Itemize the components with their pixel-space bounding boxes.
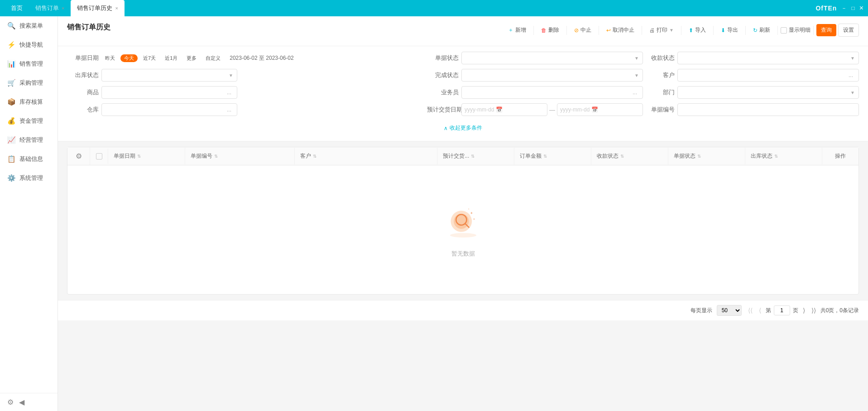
th-checkbox[interactable]	[90, 149, 108, 164]
tab-sales-order[interactable]: 销售订单 ×	[29, 0, 71, 16]
next-page-button[interactable]: ⟩	[801, 306, 807, 315]
th-pay-status[interactable]: 收款状态 ⇅	[591, 148, 668, 164]
last-page-button[interactable]: ⟩⟩	[810, 306, 818, 315]
filter-order-no: 单据编号	[643, 103, 859, 116]
delivery-date-inputs: yyyy-mm-dd 📅 — yyyy-mm-dd 📅	[461, 103, 643, 116]
tab-home[interactable]: 首页	[5, 0, 29, 16]
goods-dots[interactable]: ...	[225, 89, 233, 96]
order-no-input[interactable]	[677, 103, 859, 116]
delivery-status-input[interactable]: ▼	[101, 69, 237, 82]
new-icon: ＋	[508, 26, 513, 34]
sales-mgmt-icon: 📊	[7, 60, 16, 68]
customer-input[interactable]: ...	[677, 69, 859, 82]
warehouse-input[interactable]: ...	[101, 103, 237, 116]
sidebar-item-search-menu[interactable]: 🔍 搜索菜单	[0, 16, 58, 35]
tab-sales-order-close[interactable]: ×	[62, 5, 64, 11]
sidebar-item-operations[interactable]: 📈 经营管理	[0, 131, 58, 150]
window-maximize[interactable]: □	[851, 5, 854, 11]
collapse-up-icon: ∧	[444, 125, 448, 131]
sidebar-item-finance[interactable]: 💰 资金管理	[0, 111, 58, 131]
th-delivery-status-sort[interactable]: ⇅	[774, 154, 778, 159]
window-minimize[interactable]: －	[841, 5, 847, 12]
table-settings-button[interactable]: ⚙	[73, 152, 84, 160]
delete-button[interactable]: 🗑 删除	[537, 24, 564, 36]
operations-icon: 📈	[7, 136, 16, 144]
new-button[interactable]: ＋ 新增	[504, 24, 531, 36]
sidebar-item-system-mgmt[interactable]: ⚙️ 系统管理	[0, 169, 58, 188]
date-tag-1month[interactable]: 近1月	[161, 54, 181, 62]
divider6	[713, 26, 714, 35]
order-status-input[interactable]: ▼	[461, 52, 643, 64]
display-toggle[interactable]: 显示明细	[781, 26, 810, 34]
display-toggle-checkbox[interactable]	[781, 27, 787, 34]
th-order-status[interactable]: 单据状态 ⇅	[668, 148, 745, 164]
quick-nav-icon: ⚡	[7, 41, 16, 49]
th-delivery-status-label: 出库状态	[751, 152, 772, 160]
filter-row-3: 商品 ... 业务员 ... 部门	[67, 86, 859, 99]
settings-button[interactable]: 设置	[838, 24, 859, 37]
page-number-input[interactable]	[774, 305, 790, 315]
sidebar-item-quick-nav[interactable]: ⚡ 快捷导航	[0, 35, 58, 54]
delivery-date-from[interactable]: yyyy-mm-dd 📅	[461, 103, 547, 116]
th-date[interactable]: 单据日期 ⇅	[108, 148, 185, 164]
delivery-date-to[interactable]: yyyy-mm-dd 📅	[557, 103, 643, 116]
th-order-status-sort[interactable]: ⇅	[697, 154, 701, 159]
th-delivery-sort[interactable]: ⇅	[471, 154, 475, 159]
date-tag-today[interactable]: 今天	[120, 54, 138, 62]
th-date-sort[interactable]: ⇅	[137, 154, 141, 159]
collapse-label: 收起更多条件	[450, 124, 482, 132]
goods-input[interactable]: ...	[101, 86, 237, 99]
top-right: OfTEn － □ ×	[815, 4, 863, 12]
cancel-stop-icon: ↩	[606, 27, 611, 34]
th-delivery-date[interactable]: 预计交货... ⇅	[437, 148, 514, 164]
th-customer-sort[interactable]: ⇅	[313, 154, 317, 159]
page-size-select[interactable]: 20 50 100	[717, 305, 742, 316]
salesperson-dots[interactable]: ...	[631, 89, 639, 96]
collapse-button[interactable]: ∧ 收起更多条件	[442, 122, 484, 134]
stop-button[interactable]: ⊘ 中止	[570, 24, 596, 36]
th-customer[interactable]: 客户 ⇅	[295, 148, 437, 164]
sidebar-item-inventory[interactable]: 📦 库存核算	[0, 92, 58, 111]
date-range-display: 2023-06-02 至 2023-06-02	[230, 54, 293, 62]
completion-status-input[interactable]: ▼	[461, 69, 643, 82]
warehouse-dots[interactable]: ...	[225, 106, 233, 113]
import-button[interactable]: ⬆ 导入	[684, 24, 710, 36]
th-order-no-sort[interactable]: ⇅	[214, 154, 218, 159]
th-delivery-status[interactable]: 出库状态 ⇅	[745, 148, 822, 164]
calendar-icon-from[interactable]: 📅	[496, 106, 503, 113]
tab-sales-order-history-close[interactable]: ×	[115, 5, 118, 11]
first-page-button[interactable]: ⟨⟨	[746, 306, 754, 315]
cancel-stop-button[interactable]: ↩ 取消中止	[602, 24, 639, 36]
department-input[interactable]: ▼	[677, 86, 859, 99]
refresh-label: 刷新	[759, 26, 770, 34]
prev-page-button[interactable]: ⟨	[757, 306, 763, 315]
th-pay-status-sort[interactable]: ⇅	[620, 154, 624, 159]
date-tag-more[interactable]: 更多	[183, 54, 200, 62]
th-amount[interactable]: 订单金额 ⇅	[514, 148, 591, 164]
refresh-button[interactable]: ↻ 刷新	[748, 24, 775, 36]
sidebar-item-sales-mgmt[interactable]: 📊 销售管理	[0, 54, 58, 73]
date-tag-custom[interactable]: 自定义	[202, 54, 224, 62]
customer-dots[interactable]: ...	[847, 72, 855, 78]
tab-sales-order-history[interactable]: 销售订单历史 ×	[71, 0, 124, 16]
print-button[interactable]: 🖨 打印 ▼	[645, 24, 678, 36]
sidebar-settings-icon[interactable]: ⚙	[7, 398, 14, 406]
filter-department: 部门 ▼	[643, 86, 859, 99]
date-tag-yesterday[interactable]: 昨天	[101, 54, 119, 62]
th-order-no[interactable]: 单据编号 ⇅	[185, 148, 295, 164]
sidebar-item-basic-info[interactable]: 📋 基础信息	[0, 150, 58, 169]
stop-icon: ⊘	[574, 27, 579, 34]
salesperson-input[interactable]: ...	[461, 86, 643, 99]
date-tag-7days[interactable]: 近7天	[139, 54, 159, 62]
sidebar-item-purchase-mgmt[interactable]: 🛒 采购管理	[0, 73, 58, 92]
calendar-icon-to[interactable]: 📅	[591, 106, 598, 113]
query-button[interactable]: 查询	[816, 24, 836, 36]
payment-status-input[interactable]: ▼	[677, 52, 859, 64]
sidebar-collapse-icon[interactable]: ◀	[19, 398, 24, 406]
th-amount-sort[interactable]: ⇅	[543, 154, 547, 159]
export-button[interactable]: ⬇ 导出	[716, 24, 743, 36]
th-settings[interactable]: ⚙	[67, 147, 90, 165]
window-close[interactable]: ×	[859, 4, 863, 12]
finance-icon: 💰	[7, 117, 16, 125]
select-all-checkbox[interactable]	[96, 153, 102, 160]
